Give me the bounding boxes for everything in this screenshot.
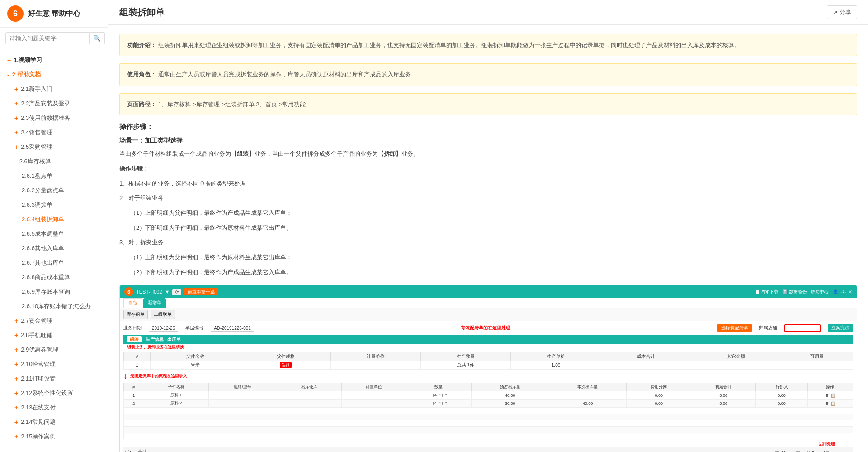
sidebar-item-inventory-query[interactable]: 2.6.9库存账本查询 xyxy=(0,285,108,299)
sidebar-item-settings[interactable]: + 2.12系统个性化设置 xyxy=(0,386,108,400)
app-title: 好生意 帮助中心 xyxy=(28,9,80,19)
sidebar-item-docs[interactable]: - 2.帮助文档 xyxy=(0,67,108,82)
mock-tab-new[interactable]: 新增单 xyxy=(143,298,166,308)
sidebar-item-cost-adjust[interactable]: 2.6.5成本调整单 xyxy=(0,227,108,241)
sidebar-item-inventory-error[interactable]: 2.6.10库存账本错了怎么办 xyxy=(0,299,108,314)
mock-confirm-btn[interactable]: 立案完成 xyxy=(828,324,853,332)
mock-sub-th3: 规格/型号 xyxy=(208,383,277,391)
plus-icon-13: + xyxy=(14,404,18,411)
mock-row-cost xyxy=(601,361,691,370)
mock-sub-row3 xyxy=(124,408,853,414)
step3-1: （1）上部明细为父件明细，最终作为原材料生成某它出库单； xyxy=(130,252,857,263)
mock-shop-input[interactable] xyxy=(784,324,821,332)
plus-icon-7: + xyxy=(14,317,18,324)
sidebar-item-mobile[interactable]: + 2.8手机旺铺 xyxy=(0,328,108,343)
sidebar-item-data-prep[interactable]: + 2.3使用前数据准备 xyxy=(0,111,108,125)
mock-sub-row4 xyxy=(124,414,853,420)
sidebar-item-other-out[interactable]: 2.6.7其他出库单 xyxy=(0,256,108,270)
mock-sub-row5 xyxy=(124,420,853,427)
plus-icon-14: + xyxy=(14,419,18,426)
mock-sub-th7: 预占出库量 xyxy=(472,383,549,391)
mock-close-btn[interactable]: ✕ xyxy=(849,290,852,295)
sidebar-item-cost-recalc[interactable]: 2.6.8商品成本重算 xyxy=(0,270,108,285)
plus-icon-5: + xyxy=(14,129,18,136)
mock-row-qty: 总共 1件 xyxy=(421,361,511,370)
plus-icon-9: + xyxy=(14,346,18,353)
sidebar-item-assembly[interactable]: 2.6.4组装拆卸单 xyxy=(0,212,108,227)
sidebar-item-finance[interactable]: + 2.7资金管理 xyxy=(0,314,108,328)
sidebar-item-transfer[interactable]: 2.6.3调拨单 xyxy=(0,198,108,212)
mock-icons: 📋 App下载 ⬆️ 数据备份 帮助中心 👤 CC xyxy=(755,289,846,295)
mock-row-idx: 1 xyxy=(124,361,151,370)
mock-prev-btn[interactable]: 前置单据一览 xyxy=(184,288,218,295)
sidebar-item-print[interactable]: + 2.11打印设置 xyxy=(0,371,108,386)
mock-sub-th4: 出库仓库 xyxy=(277,383,341,391)
search-button[interactable]: 🔍 xyxy=(90,32,105,44)
sidebar-item-sales[interactable]: + 2.4销售管理 xyxy=(0,125,108,140)
mock-th-avail: 可用量 xyxy=(781,352,853,361)
mock-footer-v3: 0.00 xyxy=(807,450,816,452)
mock-arrow-annotation: ↓ 无固定流库中的流程在这里录入 xyxy=(123,371,853,381)
mock-form-row1: 业务日期 2019-12-26 单据编号 AD-20191226-001 有装配… xyxy=(123,324,853,332)
sidebar-item-online-pay[interactable]: + 2.13在线支付 xyxy=(0,400,108,415)
mock-parent-table: # 父件名称 父件规格 计量单位 生产数量 生产单价 成本合计 其它金额 可用量 xyxy=(123,352,853,370)
sidebar-item-ops[interactable]: + 2.10经营管理 xyxy=(0,357,108,371)
share-button[interactable]: ↗ 分享 xyxy=(827,5,857,19)
mock-orderno-val: AD-20191226-001 xyxy=(211,325,254,332)
mock-sub-th8: 本次出库量 xyxy=(549,383,627,391)
mock-sub-th12: 操作 xyxy=(807,383,853,391)
mock-tab-home[interactable]: 自贸 xyxy=(123,298,142,308)
mock-sub-th1: # xyxy=(124,383,144,391)
mock-btn-linked[interactable]: 二级联单 xyxy=(151,310,175,319)
sidebar-item-video[interactable]: + 1.视频学习 xyxy=(0,53,108,67)
sidebar-item-install[interactable]: + 2.2产品安装及登录 xyxy=(0,96,108,111)
mock-row-other xyxy=(691,361,781,370)
scene1-title: 场景一：加工类型选择 xyxy=(119,137,857,145)
mock-type-btn[interactable]: 组装 xyxy=(127,336,142,342)
plus-icon-12: + xyxy=(14,390,18,397)
sidebar-item-faq[interactable]: + 2.14常见问题 xyxy=(0,415,108,429)
path-box: 页面路径： 1、库存核算->库存管理->组装拆卸单 2、首页->常用功能 xyxy=(119,93,857,115)
mock-parent-row1: 1 米米 选择 总共 1件 1.00 xyxy=(124,361,853,370)
sidebar-item-other-in[interactable]: 2.6.6其他入库单 xyxy=(0,241,108,256)
mock-th-unit: 计量单位 xyxy=(330,352,420,361)
plus-icon-2: + xyxy=(14,86,18,93)
plus-icon-3: + xyxy=(14,100,18,107)
sidebar-item-newcomer[interactable]: + 2.1新手入门 xyxy=(0,82,108,96)
mock-red-btn[interactable]: 选择 xyxy=(280,362,292,368)
mock-footer: 0/0 合计 89.00 0.00 0.00 0.00 xyxy=(123,447,853,452)
search-input[interactable] xyxy=(5,32,90,44)
intro-text: 组装拆卸单用来处理企业组装或拆卸等加工业务，支持有固定装配清单的产品加工业务，也… xyxy=(158,42,740,48)
mock-assembly-btn[interactable]: 选择装配清单 xyxy=(717,324,752,332)
mock-sub-table: # 子件名称 规格/型号 出库仓库 计量单位 数量 预占出库量 本次出库量 费用… xyxy=(123,383,853,439)
plus-icon-15: + xyxy=(14,433,18,440)
sidebar-item-coupon[interactable]: + 2.9优惠券管理 xyxy=(0,343,108,357)
plus-icon-8: + xyxy=(14,332,18,339)
mock-toolbar: 库存组单 二级联单 xyxy=(120,308,857,321)
page-title: 组装拆卸单 xyxy=(119,6,165,19)
sidebar-item-cases[interactable]: + 2.15操作案例 xyxy=(0,429,108,444)
plus-icon-11: + xyxy=(14,375,18,382)
screenshot-container: 6 TEST-H002 ▼ ⟳ 前置单据一览 📋 App下载 ⬆️ 数据备份 帮… xyxy=(119,285,857,452)
sidebar-item-purchase[interactable]: + 2.5采购管理 xyxy=(0,140,108,154)
mock-sub-th5: 计量单位 xyxy=(341,383,406,391)
plus-icon-6: + xyxy=(14,143,18,151)
mock-annotation3: 无固定流库中的流程在这里录入 xyxy=(130,373,187,379)
sidebar-item-partial-stocktake[interactable]: 2.6.2分量盘点单 xyxy=(0,183,108,198)
mock-row-price: 1.00 xyxy=(511,361,601,370)
mock-date-val: 2019-12-26 xyxy=(149,325,178,332)
mock-sub-row2: 2 原料 2 （4÷1）* 30.00 40.00 0.00 0.00 0 xyxy=(124,400,853,408)
search-box: 🔍 xyxy=(0,28,108,49)
mock-form: 业务日期 2019-12-26 单据编号 AD-20191226-001 有装配… xyxy=(120,321,857,452)
sidebar-item-inventory[interactable]: - 2.6库存核算 xyxy=(0,154,108,169)
mock-sub-th2: 子件名称 xyxy=(144,383,208,391)
scene1-desc: 当由多个子件材料组装成一个成品的业务为【组装】业务，当由一个父件拆分成多个子产品… xyxy=(119,148,857,160)
mock-code: TEST-H002 xyxy=(136,289,162,295)
step3: 3、对于拆夹业务 xyxy=(119,237,857,248)
mock-section-annotation: 组装业务、拆卸业务在这里切换 xyxy=(127,345,184,349)
mock-annotation2: 启用处理 xyxy=(819,441,835,447)
mock-arrow-down: ↓ xyxy=(123,371,127,381)
sidebar-item-stocktake[interactable]: 2.6.1盘点单 xyxy=(0,169,108,183)
sidebar: 6 好生意 帮助中心 🔍 + 1.视频学习 - 2.帮助文档 + 2.1新手入门… xyxy=(0,0,108,452)
mock-btn-inventory[interactable]: 库存组单 xyxy=(123,310,148,319)
